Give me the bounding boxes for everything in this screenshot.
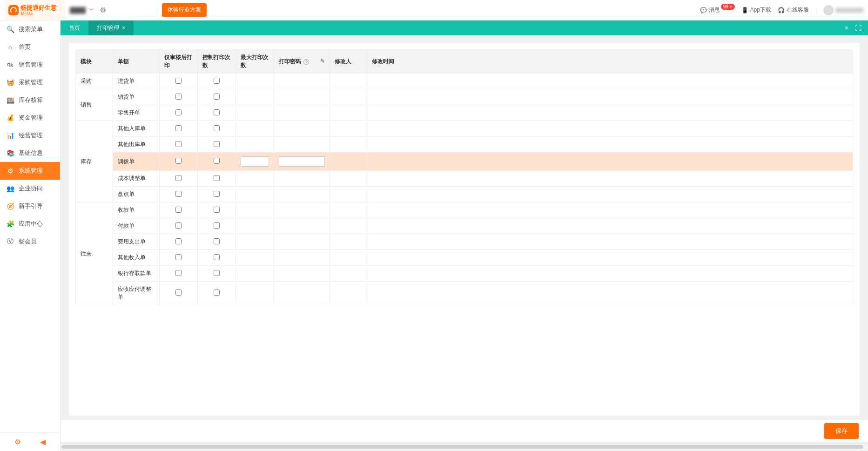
sidebar-item-inventory[interactable]: 🏬库存核算 [0,91,60,109]
sidebar-item-label: 企业协同 [19,184,43,193]
th-edit-time: 修改时间 [367,50,853,74]
audit-print-cell [160,89,198,105]
print-pass-cell [274,187,330,202]
control-count-checkbox[interactable] [214,270,220,276]
sidebar-item-funds[interactable]: 💰资金管理 [0,109,60,127]
messages-label: 消息 [709,6,720,14]
th-max-count: 最大打印次数 [236,50,274,74]
app-center-icon: 🧩 [7,220,14,228]
control-count-checkbox[interactable] [214,254,220,260]
audit-print-cell [160,171,198,187]
control-count-cell [198,234,236,250]
search-menu-icon: 🔍 [7,26,14,33]
control-count-checkbox[interactable] [214,141,220,147]
sidebar-item-guide[interactable]: 🧭新手引导 [0,197,60,215]
sales-icon: 🛍 [7,61,14,68]
sidebar-item-label: 系统管理 [19,167,43,175]
print-pass-cell [274,234,330,250]
close-icon[interactable]: × [122,25,125,31]
settings-icon[interactable]: ⚙ [14,438,21,446]
close-all-icon[interactable]: × [845,24,848,32]
max-count-cell [236,171,274,187]
control-count-checkbox[interactable] [214,158,220,164]
table-row: 采购进货单 [76,74,853,89]
sidebar-item-app-center[interactable]: 🧩应用中心 [0,215,60,233]
horizontal-scrollbar[interactable] [61,444,868,449]
app-download-link[interactable]: 📱 App下载 [741,6,771,14]
edit-time-cell [367,202,853,218]
edit-column-icon[interactable]: ✎ [320,58,325,64]
audit-print-checkbox[interactable] [175,94,182,100]
tab-home[interactable]: 首页 [61,20,88,35]
print-pass-cell [274,153,330,171]
doc-cell: 调拨单 [113,153,160,171]
control-count-checkbox[interactable] [214,109,220,115]
th-audit-print: 仅审核后打印 [160,50,198,74]
audit-print-checkbox[interactable] [175,141,182,147]
editor-cell [330,105,367,121]
max-count-input[interactable] [241,156,269,167]
sidebar-item-member[interactable]: Ⓥ畅会员 [0,233,60,250]
audit-print-checkbox[interactable] [175,175,182,181]
audit-print-checkbox[interactable] [175,238,182,244]
audit-print-checkbox[interactable] [175,289,182,296]
audit-print-checkbox[interactable] [175,158,182,164]
control-count-checkbox[interactable] [214,125,220,131]
audit-print-cell [160,266,198,282]
sidebar-item-collab[interactable]: 👥企业协同 [0,180,60,197]
control-count-cell [198,266,236,282]
audit-print-cell [160,153,198,171]
sidebar-item-sales[interactable]: 🛍销售管理 [0,56,60,74]
control-count-checkbox[interactable] [214,207,220,213]
editor-cell [330,266,367,282]
print-pass-input[interactable] [279,156,325,167]
table-row: 其他收入单 [76,250,853,266]
chevron-down-icon: ﹀ [88,6,95,14]
print-pass-cell [274,218,330,234]
messages-link[interactable]: 💬 消息 99 + [700,6,735,14]
fullscreen-icon[interactable]: ⛶ [855,24,861,32]
max-count-cell [236,266,274,282]
audit-print-checkbox[interactable] [175,109,182,115]
audit-print-cell [160,121,198,137]
sidebar-item-business[interactable]: 📊经营管理 [0,127,60,144]
max-count-cell [236,137,274,153]
control-count-checkbox[interactable] [214,191,220,197]
control-count-checkbox[interactable] [214,222,220,229]
audit-print-checkbox[interactable] [175,270,182,276]
user-menu[interactable] [823,5,863,15]
audit-print-checkbox[interactable] [175,254,182,260]
control-count-checkbox[interactable] [214,238,220,244]
sidebar-item-purchase[interactable]: 🧺采购管理 [0,74,60,91]
editor-cell [330,153,367,171]
sidebar-item-basic-info[interactable]: 📚基础信息 [0,144,60,162]
sidebar-item-search-menu[interactable]: 🔍搜索菜单 [0,20,60,38]
save-button[interactable]: 保存 [824,423,859,439]
online-service-link[interactable]: 🎧 在线客服 [778,6,809,14]
collapse-icon[interactable]: ◀ [40,438,46,446]
audit-print-checkbox[interactable] [175,207,182,213]
help-icon[interactable]: ? [303,59,309,65]
tenant-name: ████ [70,7,86,13]
brand-icon [8,5,19,15]
control-count-checkbox[interactable] [214,289,220,296]
control-count-checkbox[interactable] [214,94,220,100]
audit-print-checkbox[interactable] [175,125,182,131]
audit-print-checkbox[interactable] [175,78,182,84]
gear-icon[interactable]: ⚙ [100,6,106,14]
sidebar-item-home[interactable]: ⌂首页 [0,38,60,56]
industry-plan-button[interactable]: 体验行业方案 [162,3,207,17]
control-count-cell [198,171,236,187]
audit-print-checkbox[interactable] [175,191,182,197]
sidebar-item-label: 基础信息 [19,149,43,157]
edit-time-cell [367,218,853,234]
control-count-cell [198,137,236,153]
tenant-select[interactable]: ████ ﹀ ⚙ [65,6,158,14]
brand-logo[interactable]: 畅捷通好生意 精品版 [5,0,65,20]
footer-bar: 保存 [61,419,868,442]
control-count-checkbox[interactable] [214,175,220,181]
tab-print-manage[interactable]: 打印管理 × [88,20,134,35]
control-count-checkbox[interactable] [214,78,220,84]
audit-print-checkbox[interactable] [175,222,182,229]
sidebar-item-system[interactable]: ⚙系统管理 [0,162,60,180]
